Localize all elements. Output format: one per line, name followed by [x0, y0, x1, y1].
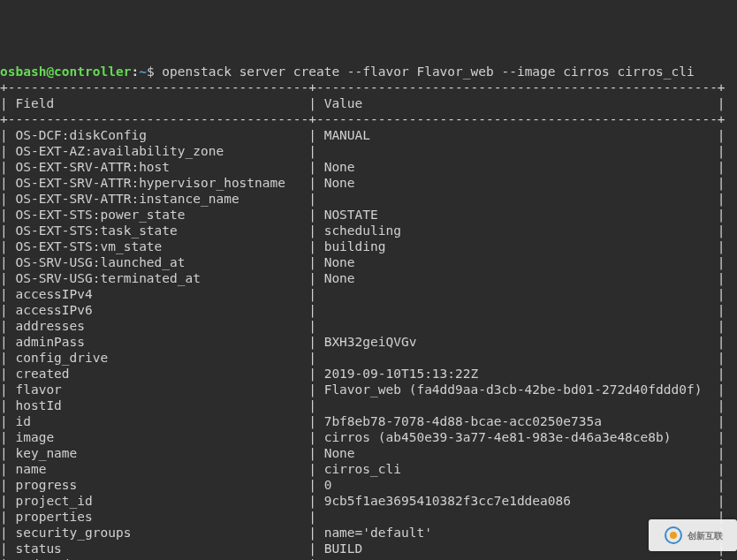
table-row: | OS-EXT-STS:vm_state | building | [0, 239, 726, 254]
table-row: | OS-SRV-USG:launched_at | None | [0, 255, 726, 269]
table-row: | image | cirros (ab450e39-3a77-4e81-983… [0, 430, 726, 444]
table-row: | addresses | | [0, 319, 726, 333]
table-row: | accessIPv6 | | [0, 303, 726, 317]
terminal-output: osbash@controller:~$ openstack server cr… [0, 64, 737, 560]
table-row: | security_groups | name='default' | [0, 526, 726, 540]
command-text: openstack server create --flavor Flavor_… [162, 64, 694, 79]
table-row: | OS-SRV-USG:terminated_at | None | [0, 271, 726, 285]
table-border-top: +---------------------------------------… [0, 80, 726, 95]
table-row: | project_id | 9cb5f1ae3695410382f3cc7e1… [0, 494, 726, 508]
prompt-path: ~ [139, 64, 147, 79]
table-row: | config_drive | | [0, 351, 726, 365]
table-row: | OS-EXT-SRV-ATTR:instance_name | | [0, 192, 726, 206]
table-row: | id | 7bf8eb78-7078-4d88-bcae-acc0250e7… [0, 414, 726, 428]
table-row: | accessIPv4 | | [0, 287, 726, 301]
table-row: | OS-EXT-STS:task_state | scheduling | [0, 223, 726, 238]
table-header-row: | Field | Value | [0, 96, 726, 110]
table-row: | OS-DCF:diskConfig | MANUAL | [0, 128, 726, 142]
table-row: | created | 2019-09-10T15:13:22Z | [0, 367, 726, 381]
prompt-symbol: $ [147, 64, 162, 79]
table-row: | adminPass | BXH32geiQVGv | [0, 335, 726, 349]
table-row: | flavor | Flavor_web (fa4dd9aa-d3cb-42b… [0, 382, 726, 397]
table-row: | OS-EXT-SRV-ATTR:hypervisor_hostname | … [0, 176, 726, 190]
table-row: | OS-EXT-STS:power_state | NOSTATE | [0, 208, 726, 222]
table-row: | properties | | [0, 510, 726, 524]
table-row: | key_name | None | [0, 446, 726, 460]
watermark: 创新互联 [649, 519, 737, 551]
table-row: | OS-EXT-AZ:availability_zone | | [0, 144, 726, 158]
watermark-text: 创新互联 [688, 531, 723, 541]
svg-point-1 [670, 532, 677, 539]
table-border-mid: +---------------------------------------… [0, 112, 726, 126]
prompt-separator: : [131, 64, 139, 79]
table-row: | status | BUILD | [0, 541, 726, 556]
table-row: | progress | 0 | [0, 478, 726, 492]
table-row: | name | cirros_cli | [0, 462, 726, 476]
prompt-user: osbash@controller [0, 64, 131, 79]
table-row: | hostId | | [0, 398, 726, 412]
table-row: | OS-EXT-SRV-ATTR:host | None | [0, 160, 726, 174]
